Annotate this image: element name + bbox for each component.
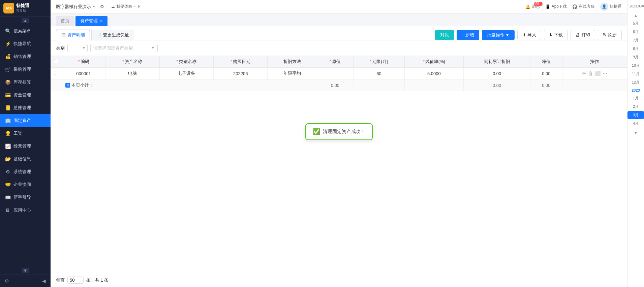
sidebar-item-sales[interactable]: 💰 销售管理 — [0, 50, 51, 63]
per-page-select[interactable]: 50 100 — [67, 277, 84, 284]
category-search-input[interactable] — [93, 45, 151, 51]
delete-row-icon[interactable]: 🗑 — [588, 71, 593, 76]
sidebar-item-label: 经营管理 — [13, 143, 31, 149]
panel-month-5[interactable]: 5月 — [627, 20, 644, 27]
sidebar-item-salary[interactable]: 👷 工资 — [0, 127, 51, 140]
user-profile-btn[interactable]: 👤 畅捷通 — [600, 3, 622, 11]
import-button[interactable]: ⬆ 导入 — [517, 30, 541, 40]
sidebar-item-ledger[interactable]: 📒 总账管理 — [0, 101, 51, 114]
filter-bar: 类别 ▼ ▼ — [51, 40, 627, 56]
edit-row-icon[interactable]: ✏ — [582, 71, 586, 76]
fixed-assets-icon: 🏢 — [5, 118, 11, 123]
panel-month-4[interactable]: 4月 — [627, 120, 644, 127]
sidebar-item-management[interactable]: 📈 经营管理 — [0, 140, 51, 153]
sub-tab-asset-detail[interactable]: 📋 资产明细 — [56, 30, 90, 40]
print-button[interactable]: 🖨 打印 — [571, 30, 595, 40]
sidebar-item-quicknav[interactable]: ⚡ 快捷导航 — [0, 37, 51, 50]
topbar-settings-icon[interactable]: ⚙ — [100, 4, 104, 10]
panel-scroll-up-btn[interactable]: ▲ — [633, 12, 639, 19]
sidebar-item-system[interactable]: ⚙ 系统管理 — [0, 165, 51, 178]
company-selector[interactable]: 医疗器械行业演示 ▼ — [56, 4, 96, 10]
settings-bottom-icon[interactable]: ⚙ — [5, 278, 9, 284]
app-download-btn[interactable]: 📱 App下载 — [545, 4, 567, 9]
col-original-value: *原值 — [317, 56, 353, 68]
category-filter-wrap: ▼ — [67, 44, 88, 52]
message-btn[interactable]: 🔔 消息 99+ — [525, 4, 540, 9]
subtotal-text: 本页小计： — [71, 82, 93, 88]
cell-purchase-date: 202206 — [214, 68, 268, 79]
panel-month-11[interactable]: 11月 — [627, 70, 644, 78]
purchase-icon: 🛒 — [5, 67, 11, 72]
tab-asset-management[interactable]: 资产管理 ✕ — [75, 16, 108, 26]
close-right-panel-icon[interactable]: ✕ — [642, 4, 644, 8]
sidebar-item-guide[interactable]: 📖 新手引导 — [0, 191, 51, 204]
right-panel-header: 2023.03 ✕ ⤢ — [627, 3, 644, 10]
app-edition: 普及版 — [16, 8, 29, 13]
download-button[interactable]: ⬇ 下载 — [544, 30, 568, 40]
experience-btn[interactable]: ☁ 我要体验一下 — [111, 4, 141, 9]
panel-month-12[interactable]: 12月 — [627, 78, 644, 86]
panel-month-2[interactable]: 2月 — [627, 103, 644, 110]
sidebar-item-purchase[interactable]: 🛒 采购管理 — [0, 63, 51, 76]
category-input-wrap[interactable]: ▼ — [90, 44, 158, 52]
more-row-icon[interactable]: ⋯ — [603, 71, 607, 76]
sidebar-item-base-info[interactable]: 📂 基础信息 — [0, 153, 51, 165]
sub-tab-voucher[interactable]: 📄 变更生成凭证 — [91, 30, 134, 40]
sidebar-item-label: 采购管理 — [13, 66, 31, 72]
inventory-icon: 📦 — [5, 79, 11, 85]
category-input-dropdown-icon[interactable]: ▼ — [151, 46, 155, 50]
collab-icon: 🤝 — [5, 182, 11, 187]
panel-month-9[interactable]: 9月 — [627, 53, 644, 61]
reconcile-label: 对账 — [440, 32, 449, 38]
table-row: 000001 电脑 电子设备 202206 年限平均 60 5.0000 0.0… — [51, 68, 627, 79]
col-code: *编码 — [62, 56, 105, 68]
panel-month-8[interactable]: 8月 — [627, 45, 644, 53]
sidebar-item-search[interactable]: 🔍 搜索菜单 — [0, 25, 51, 37]
collapse-sidebar-icon[interactable]: ◀ — [42, 278, 46, 284]
sidebar-scroll-up[interactable]: ▲ — [22, 18, 29, 23]
sidebar-item-fixed-assets[interactable]: 🏢 固定资产 — [0, 114, 51, 127]
col-name: *资产名称 — [105, 56, 159, 68]
asset-table: *编码 *资产名称 *类别名称 *购买日期 折旧方法 *原值 *期限(月) *残… — [51, 56, 627, 91]
panel-month-3-current[interactable]: 3月 — [627, 111, 644, 119]
customer-service-btn[interactable]: 🎧 在线客服 — [572, 4, 595, 9]
cell-net-value: 0.00 — [530, 68, 562, 79]
tab-asset-label: 资产管理 — [80, 18, 98, 24]
cloud-icon: ☁ — [111, 4, 115, 9]
panel-month-6[interactable]: 6月 — [627, 28, 644, 36]
cell-original-value — [317, 68, 353, 79]
sidebar-scroll-down[interactable]: ▼ — [22, 268, 29, 273]
panel-scroll-down-btn[interactable]: ▼ — [633, 129, 639, 136]
col-net-value: 净值 — [530, 56, 562, 68]
finance-icon: 💳 — [5, 92, 11, 98]
import-label: 导入 — [527, 32, 536, 38]
batch-operation-button[interactable]: 批量操作 ▼ — [482, 30, 515, 40]
total-label: 条，共 1 条 — [86, 277, 109, 283]
copy-row-icon[interactable]: ⬜ — [595, 71, 601, 76]
row-checkbox[interactable] — [54, 71, 58, 75]
panel-month-1[interactable]: 1月 — [627, 94, 644, 102]
print-label: 打印 — [581, 32, 590, 38]
reconcile-button[interactable]: 对账 — [435, 30, 454, 40]
refresh-button[interactable]: ↻ 刷新 — [598, 30, 622, 40]
sidebar-item-inventory[interactable]: 📦 库存核算 — [0, 76, 51, 89]
panel-month-10[interactable]: 10月 — [627, 62, 644, 69]
panel-month-7[interactable]: 7月 — [627, 36, 644, 44]
tab-close-icon[interactable]: ✕ — [100, 19, 103, 23]
app-name: 畅捷通 — [16, 3, 29, 8]
category-filter-select[interactable] — [67, 44, 88, 52]
sidebar-item-apps[interactable]: 🖥 应用中心 — [0, 204, 51, 217]
new-asset-button[interactable]: + 新增 — [457, 30, 479, 40]
select-all-checkbox[interactable] — [54, 59, 58, 63]
topbar: 医疗器械行业演示 ▼ ⚙ ☁ 我要体验一下 🔔 消息 99+ 📱 App下载 🎧… — [51, 0, 627, 13]
sidebar: AtA 畅捷通 普及版 ▲ 🔍 搜索菜单 ⚡ 快捷导航 💰 销售管理 🛒 采购管… — [0, 0, 51, 287]
tab-home[interactable]: 首页 — [56, 16, 74, 26]
subtotal-initial-depreciation: 0.00 — [463, 79, 530, 91]
system-icon: ⚙ — [5, 169, 11, 174]
toolbar-right-actions: 对账 + 新增 批量操作 ▼ ⬆ 导入 ⬇ 下载 🖨 — [435, 30, 622, 40]
col-category: *类别名称 — [159, 56, 213, 68]
category-filter-label: 类别 — [56, 45, 65, 51]
sidebar-item-finance[interactable]: 💳 资金管理 — [0, 89, 51, 101]
sub-tab-voucher-label: 变更生成凭证 — [103, 32, 129, 38]
sidebar-item-collab[interactable]: 🤝 企业协同 — [0, 178, 51, 191]
